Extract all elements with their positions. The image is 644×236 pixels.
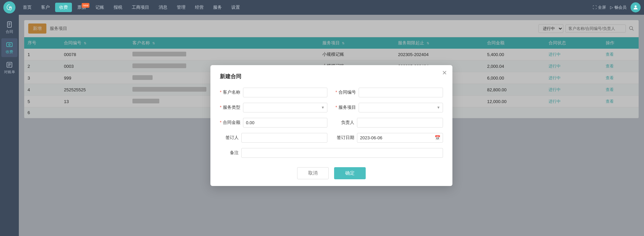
cancel-button[interactable]: 取消 [297, 167, 329, 179]
sign-date-wrap: 📅 [357, 133, 443, 143]
top-nav-right: ⛶ 全屏 ▷ 畅会员 [593, 2, 641, 12]
dialog-footer: 取消 确定 [220, 167, 443, 179]
nav-service[interactable]: 服务 [209, 3, 226, 12]
remarks-field-row: 备注 [220, 148, 443, 158]
sidebar-label-statement: 对账单 [4, 69, 15, 75]
nav-tax[interactable]: 报税 [110, 3, 126, 12]
signer-input[interactable] [241, 133, 327, 143]
service-item-label: 服务项目 [335, 104, 356, 110]
svg-point-0 [635, 5, 637, 7]
responsible-label: 负责人 [335, 120, 354, 126]
dialog-title: 新建合同 [220, 73, 443, 80]
sidebar: 合同 收费 对账单 [0, 15, 19, 236]
nav-operation[interactable]: 经营 [191, 3, 208, 12]
fullscreen-icon: ⛶ [593, 5, 597, 10]
service-item-select[interactable] [359, 103, 443, 112]
dialog-close-button[interactable]: ✕ [442, 70, 447, 76]
file-icon [6, 21, 13, 28]
svg-point-6 [9, 44, 10, 46]
responsible-field-row: 负责人 [335, 118, 443, 128]
service-type-select[interactable] [243, 103, 327, 112]
nav-invoice[interactable]: 票据 new [73, 3, 90, 12]
sidebar-item-statement[interactable]: 对账单 [1, 58, 17, 77]
fullscreen-label: 全屏 [598, 5, 606, 10]
member-button[interactable]: ▷ 畅会员 [610, 5, 627, 10]
nav-fee[interactable]: 收费 [55, 3, 72, 12]
nav-settings[interactable]: 设置 [227, 3, 244, 12]
avatar[interactable] [631, 2, 641, 12]
service-item-select-wrap: ▼ [359, 103, 443, 112]
service-type-label: 服务类型 [220, 104, 240, 110]
sign-date-field-row: 签订日期 📅 [335, 133, 443, 143]
money-icon [6, 41, 13, 48]
nav-message[interactable]: 消息 [155, 3, 171, 12]
sidebar-label-fee: 收费 [6, 49, 13, 54]
dialog-overlay: 新建合同 ✕ 客户名称 合同编号 服务类型 [19, 15, 644, 236]
nav-items: 首页 客户 收费 票据 new 记账 报税 工商项目 消息 管理 经营 服务 设… [19, 3, 593, 12]
signer-field-row: 签订人 [220, 133, 327, 143]
sidebar-item-contract[interactable]: 合同 [1, 18, 17, 37]
new-contract-dialog: 新建合同 ✕ 客户名称 合同编号 服务类型 [210, 65, 452, 186]
sidebar-label-contract: 合同 [6, 29, 13, 34]
fullscreen-button[interactable]: ⛶ 全屏 [593, 5, 606, 10]
contract-no-field-row: 合同编号 [335, 88, 443, 97]
app-logo[interactable] [3, 1, 15, 13]
nav-business[interactable]: 工商项目 [128, 3, 153, 12]
play-icon: ▷ [610, 5, 613, 10]
contract-no-label: 合同编号 [335, 89, 356, 95]
form-grid: 客户名称 合同编号 服务类型 ▼ [220, 88, 443, 158]
service-type-field-row: 服务类型 ▼ [220, 103, 327, 112]
svg-rect-5 [7, 43, 12, 47]
amount-input[interactable] [243, 118, 327, 128]
main-content: 新增 服务项目 进行中 已完成 已终止 [19, 15, 644, 236]
sidebar-item-fee[interactable]: 收费 [1, 38, 17, 57]
new-badge: new [82, 3, 89, 8]
sign-date-input[interactable] [357, 133, 443, 143]
service-item-field-row: 服务项目 ▼ [335, 103, 443, 112]
sign-date-label: 签订日期 [335, 135, 354, 141]
nav-customer[interactable]: 客户 [37, 3, 54, 12]
main-layout: 合同 收费 对账单 新增 服务项目 进行中 已完成 [0, 15, 644, 236]
nav-home[interactable]: 首页 [19, 3, 36, 12]
signer-label: 签订人 [220, 135, 239, 141]
customer-field-row: 客户名称 [220, 88, 327, 97]
customer-label: 客户名称 [220, 89, 240, 95]
amount-field-row: 合同金额 [220, 118, 327, 128]
nav-manage[interactable]: 管理 [173, 3, 190, 12]
remarks-label: 备注 [220, 150, 239, 156]
top-navigation: 首页 客户 收费 票据 new 记账 报税 工商项目 消息 管理 经营 服务 设… [0, 0, 644, 15]
list-icon [6, 61, 13, 68]
confirm-button[interactable]: 确定 [334, 167, 366, 179]
customer-input[interactable] [243, 88, 327, 97]
amount-label: 合同金额 [220, 120, 240, 126]
contract-no-input[interactable] [359, 88, 443, 97]
responsible-input[interactable] [357, 118, 443, 128]
remarks-input[interactable] [241, 148, 443, 158]
member-label: 畅会员 [614, 5, 627, 10]
nav-accounting[interactable]: 记账 [91, 3, 108, 12]
service-type-select-wrap: ▼ [243, 103, 327, 112]
